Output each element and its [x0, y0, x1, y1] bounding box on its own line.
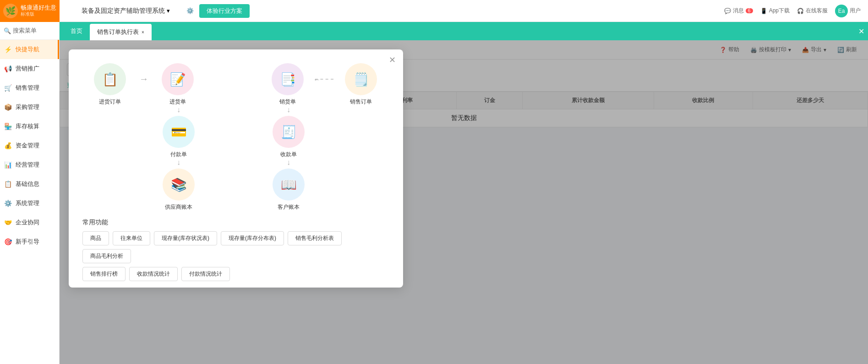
- logo-area: 🌿 畅康通好生意 标准版: [0, 0, 60, 22]
- func-btn-trading-party[interactable]: 往来单位: [113, 231, 150, 245]
- row-payment-receipt: 💳 付款单 🧾 收款单: [82, 116, 316, 158]
- supplier-circle: 📚: [163, 168, 195, 201]
- user-label: 用户: [850, 7, 861, 15]
- sidebar-item-sales[interactable]: 🛒 销售管理: [0, 78, 59, 98]
- sidebar-item-quick-nav[interactable]: ⚡ 快捷导航: [0, 40, 59, 59]
- spacer-mid3: [206, 158, 261, 167]
- sidebar-item-label: 库存核算: [16, 122, 39, 130]
- down-arrow-sb: ↓: [261, 106, 316, 114]
- common-func-title: 常用功能: [82, 218, 389, 227]
- func-btn-receipt-stat[interactable]: 收款情况统计: [129, 267, 178, 281]
- flow-node-payment[interactable]: 💳 付款单: [151, 116, 206, 158]
- main-content: ❓ 帮助 🖨️ 按模板打印 ▾ 📤 导出 ▾ 🔄: [60, 40, 868, 364]
- row-accounts: 📚 供应商账本 📖 客户账本: [82, 168, 316, 211]
- user-area[interactable]: Ea 用户: [835, 5, 861, 17]
- app-download-label: App下载: [769, 7, 790, 15]
- flow-node-purchase-bill[interactable]: 📝 进货单: [150, 63, 205, 106]
- tab-bar-close-button[interactable]: ✕: [858, 27, 864, 36]
- quick-nav-icon: ⚡: [4, 45, 12, 54]
- service-icon: 🎧: [797, 8, 804, 14]
- sidebar-item-label: 营销推广: [16, 65, 39, 73]
- customer-icon: 📖: [281, 177, 297, 192]
- tab-sales-order[interactable]: 销售订单执行表 ×: [90, 24, 152, 40]
- download-icon: 📱: [760, 8, 767, 14]
- system-title-dropdown[interactable]: 装备及固定资产辅助管理系统 ▾: [82, 7, 170, 15]
- modal-overlay[interactable]: ✕ 📋 进货订单: [60, 40, 868, 364]
- finance-icon: 💰: [4, 141, 12, 150]
- sidebar-item-basic[interactable]: 📋 基础信息: [0, 174, 59, 194]
- message-label: 消息: [733, 7, 744, 15]
- flow-node-receipt[interactable]: 🧾 收款单: [261, 116, 316, 158]
- func-btn-payment-stat[interactable]: 付款情况统计: [181, 267, 230, 281]
- online-service-label: 在线客服: [806, 7, 828, 15]
- modal-box: ✕ 📋 进货订单: [69, 49, 403, 288]
- tab-sales-order-label: 销售订单执行表: [97, 28, 139, 36]
- purchase-icon: 📦: [4, 103, 12, 111]
- spacer-arrow: [137, 106, 151, 114]
- supplier-label: 供应商账本: [165, 203, 192, 211]
- sidebar-nav: ⚡ 快捷导航 📢 营销推广 🛒 销售管理 📦 采购管理 🏪 库存核算: [0, 40, 59, 364]
- tab-home[interactable]: 首页: [63, 22, 90, 40]
- func-btn-sales-profit[interactable]: 销售毛利分析表: [288, 231, 342, 245]
- sidebar-item-system[interactable]: ⚙️ 系统管理: [0, 194, 59, 213]
- func-buttons-row2: 销售排行榜 收款情况统计 付款情况统计: [82, 267, 389, 281]
- func-btn-product[interactable]: 商品: [82, 231, 109, 245]
- sidebar-item-label: 企业协同: [16, 218, 39, 227]
- inventory-icon: 🏪: [4, 122, 12, 130]
- spacer-po3: [82, 158, 137, 167]
- settings-icon[interactable]: ⚙️: [186, 7, 194, 14]
- message-badge: 6: [746, 8, 753, 13]
- sidebar-item-label: 销售管理: [16, 84, 39, 92]
- sidebar-item-finance[interactable]: 💰 资金管理: [0, 136, 59, 155]
- receipt-label: 收款单: [280, 151, 297, 158]
- basic-icon: 📋: [4, 180, 12, 188]
- customer-circle: 📖: [273, 168, 305, 201]
- sidebar-item-marketing[interactable]: 📢 营销推广: [0, 59, 59, 78]
- flow-node-sales-order[interactable]: 🗒️ 销售订单: [333, 63, 388, 106]
- marketing-icon: 📢: [4, 65, 12, 73]
- sidebar-item-inventory[interactable]: 🏪 库存核算: [0, 117, 59, 136]
- sidebar-item-purchase[interactable]: 📦 采购管理: [0, 98, 59, 117]
- operation-icon: 📊: [4, 161, 12, 169]
- sidebar-search[interactable]: 🔍 搜索菜单: [0, 22, 59, 40]
- sidebar-item-operation[interactable]: 📊 经营管理: [0, 155, 59, 174]
- payment-label: 付款单: [170, 151, 187, 158]
- arrow-row-down2: ↓ ↓: [82, 158, 316, 167]
- func-btn-product-profit[interactable]: 商品毛利分析: [82, 249, 131, 263]
- func-btn-stock-status[interactable]: 现存量(库存状况表): [154, 231, 217, 245]
- flow-node-customer-account[interactable]: 📖 客户账本: [261, 168, 316, 211]
- try-plan-button[interactable]: 体验行业方案: [199, 4, 250, 18]
- flow-node-purchase-order[interactable]: 📋 进货订单: [82, 63, 137, 106]
- func-btn-sales-rank[interactable]: 销售排行榜: [82, 267, 126, 281]
- tab-close-icon[interactable]: ×: [142, 30, 144, 35]
- func-btn-stock-dist[interactable]: 现存量(库存分布表): [221, 231, 284, 245]
- sidebar-item-label: 采购管理: [16, 103, 39, 111]
- flow-node-sales-bill[interactable]: 📑 销货单: [260, 63, 315, 106]
- app-download-button[interactable]: 📱 App下载: [760, 7, 790, 15]
- top-bar-left: 🌿 畅康通好生意 标准版 装备及固定资产辅助管理系统 ▾ ⚙️ 体验行业方案: [7, 0, 250, 22]
- search-icon: 🔍: [4, 27, 11, 34]
- down-arrow-pb: ↓: [151, 106, 206, 114]
- sidebar-item-enterprise[interactable]: 🤝 企业协同: [0, 213, 59, 232]
- purchase-bill-icon: 📝: [170, 72, 186, 87]
- sidebar-item-label: 新手引导: [16, 238, 39, 246]
- supplier-icon: 📚: [171, 177, 187, 192]
- guide-icon: 🎯: [4, 238, 12, 246]
- sidebar-item-label: 资金管理: [16, 141, 39, 150]
- sales-bill-icon: 📑: [280, 72, 296, 87]
- system-title: 装备及固定资产辅助管理系统: [82, 7, 165, 15]
- sales-bill-circle: 📑: [272, 63, 304, 95]
- sidebar-item-guide[interactable]: 🎯 新手引导: [0, 232, 59, 251]
- logo-text-block: 畅康通好生意 标准版: [21, 4, 56, 18]
- common-func-section: 常用功能 商品 往来单位 现存量(库存状况表) 现存量(库存分布表) 销售毛利分…: [82, 218, 389, 281]
- sales-order-label: 销售订单: [350, 98, 372, 106]
- modal-close-button[interactable]: ✕: [389, 55, 396, 65]
- content-area: 首页 销售订单执行表 × ✕ ❓ 帮助 🖨️: [60, 22, 868, 364]
- online-service-button[interactable]: 🎧 在线客服: [797, 7, 828, 15]
- message-button[interactable]: 💬 消息 6: [724, 7, 753, 15]
- arrow-row-down: ↓ ↓: [82, 106, 316, 114]
- purchase-order-label: 进货订单: [99, 98, 121, 106]
- down-arrow-pay: ↓: [151, 158, 206, 167]
- flow-node-supplier-account[interactable]: 📚 供应商账本: [151, 168, 206, 211]
- logo-icon: 🌿: [3, 4, 18, 18]
